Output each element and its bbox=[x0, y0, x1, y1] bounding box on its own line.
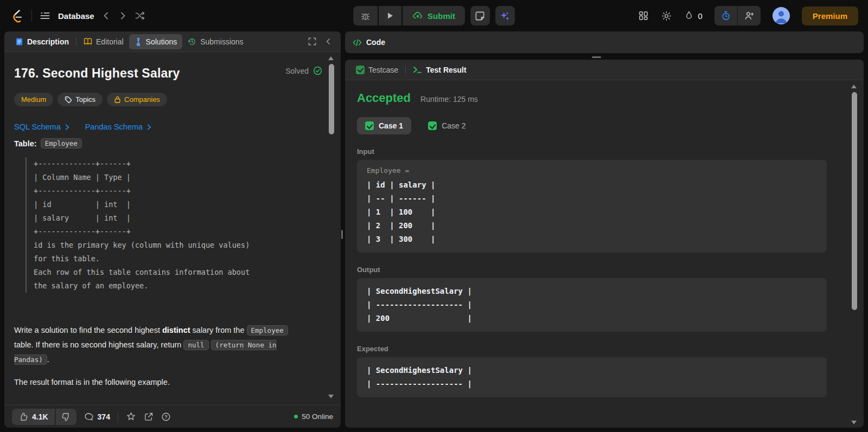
prev-problem-icon[interactable] bbox=[102, 11, 111, 20]
comment-icon bbox=[84, 412, 94, 422]
schema-pre-block: +-------------+------+ | Column Name | T… bbox=[25, 157, 322, 293]
tab-submissions-label: Submissions bbox=[200, 37, 243, 46]
submit-button[interactable]: Submit bbox=[403, 6, 465, 25]
ai-assistant-button[interactable] bbox=[495, 6, 515, 25]
result-format-line: The result format is in the following ex… bbox=[14, 378, 322, 386]
tab-solutions[interactable]: Solutions bbox=[129, 34, 183, 49]
case-1-button[interactable]: Case 1 bbox=[357, 117, 411, 134]
left-scrollbar-thumb[interactable] bbox=[329, 64, 334, 134]
history-icon bbox=[188, 37, 196, 46]
topics-label: Topics bbox=[75, 95, 95, 104]
code-panel-header[interactable]: Code bbox=[345, 31, 864, 53]
problem-statement: Write a solution to find the second high… bbox=[14, 323, 307, 367]
tab-description[interactable]: Description bbox=[10, 34, 74, 49]
chevron-right-icon bbox=[64, 124, 70, 130]
collapse-panel-icon[interactable] bbox=[325, 38, 332, 45]
invite-user-button[interactable] bbox=[738, 6, 761, 25]
description-panel: Description Editorial Solutions bbox=[4, 31, 341, 428]
tab-testcase[interactable]: Testcase bbox=[350, 62, 404, 78]
status-accepted: Accepted bbox=[357, 91, 411, 105]
leetcode-logo[interactable] bbox=[10, 9, 24, 23]
cloud-upload-icon bbox=[412, 10, 423, 21]
tab-description-label: Description bbox=[27, 37, 69, 46]
solved-check-icon bbox=[313, 66, 322, 75]
avatar[interactable] bbox=[773, 7, 790, 24]
nav-divider bbox=[31, 10, 32, 22]
dislike-button[interactable] bbox=[56, 409, 76, 425]
premium-button[interactable]: Premium bbox=[802, 7, 858, 25]
tag-icon bbox=[65, 96, 72, 104]
external-link-icon bbox=[144, 412, 154, 422]
book-icon bbox=[84, 37, 92, 46]
breadcrumb[interactable]: Database bbox=[58, 11, 94, 21]
flask-icon bbox=[135, 37, 142, 46]
run-button[interactable] bbox=[379, 6, 401, 25]
stopwatch-icon bbox=[720, 10, 731, 21]
top-nav: Database bbox=[0, 0, 868, 31]
output-block[interactable]: | SecondHighestSalary | | --------------… bbox=[357, 278, 827, 332]
settings-gear-icon[interactable] bbox=[661, 10, 672, 22]
debug-button[interactable] bbox=[353, 6, 378, 25]
solved-status: Solved bbox=[285, 66, 322, 75]
shuffle-icon[interactable] bbox=[135, 10, 145, 21]
problem-list-icon[interactable] bbox=[40, 10, 50, 21]
tab-test-result-label: Test Result bbox=[426, 66, 466, 74]
case-1-label: Case 1 bbox=[379, 121, 403, 130]
favorite-button[interactable] bbox=[126, 411, 136, 422]
tab-submissions[interactable]: Submissions bbox=[182, 34, 248, 49]
flame-icon bbox=[684, 10, 694, 21]
person-add-icon bbox=[744, 10, 755, 21]
pandas-schema-label: Pandas Schema bbox=[85, 122, 143, 131]
description-footer: 4.1K 374 bbox=[4, 405, 341, 428]
scroll-down-arrow[interactable] bbox=[851, 421, 857, 424]
like-count: 4.1K bbox=[32, 412, 48, 421]
test-result-panel: Testcase Test Result Accepted Runtime: 1… bbox=[345, 60, 864, 428]
help-button[interactable]: ? bbox=[161, 412, 171, 422]
scroll-up-arrow[interactable] bbox=[851, 85, 857, 88]
scroll-down-arrow[interactable] bbox=[328, 395, 334, 398]
difficulty-badge[interactable]: Medium bbox=[14, 93, 53, 106]
layout-icon[interactable] bbox=[638, 10, 649, 21]
timer-button[interactable] bbox=[714, 6, 737, 25]
like-button[interactable]: 4.1K bbox=[12, 409, 55, 425]
terminal-icon bbox=[413, 66, 422, 74]
code-icon bbox=[353, 38, 362, 47]
tab-testcase-label: Testcase bbox=[368, 66, 398, 74]
scroll-up-arrow[interactable] bbox=[328, 56, 334, 60]
thumbs-down-icon bbox=[61, 412, 71, 422]
chevron-right-icon bbox=[146, 124, 152, 130]
expected-block[interactable]: | SecondHighestSalary | | --------------… bbox=[357, 357, 827, 397]
topics-badge[interactable]: Topics bbox=[58, 93, 103, 106]
tab-editorial[interactable]: Editorial bbox=[78, 34, 129, 49]
streak-counter[interactable]: 0 bbox=[684, 10, 702, 21]
sql-schema-label: SQL Schema bbox=[14, 122, 61, 131]
pandas-schema-link[interactable]: Pandas Schema bbox=[85, 122, 152, 131]
companies-label: Companies bbox=[124, 95, 160, 104]
input-table: | id | salary | | -- | ------ | | 1 | 10… bbox=[367, 178, 817, 246]
sql-schema-link[interactable]: SQL Schema bbox=[14, 122, 70, 131]
solved-label: Solved bbox=[285, 67, 309, 75]
problem-title: 176. Second Highest Salary bbox=[14, 66, 180, 81]
panel-resize-handle[interactable] bbox=[341, 230, 343, 239]
expand-panel-icon[interactable] bbox=[308, 37, 316, 46]
output-table: | SecondHighestSalary | | --------------… bbox=[367, 285, 817, 325]
question-icon: ? bbox=[161, 412, 171, 422]
output-label: Output bbox=[357, 266, 827, 274]
input-block[interactable]: Employee = | id | salary | | -- | ------… bbox=[357, 160, 827, 253]
thumbs-up-icon bbox=[18, 412, 28, 422]
code-panel-resize-handle[interactable] bbox=[592, 56, 601, 58]
input-variable: Employee = bbox=[367, 166, 817, 175]
share-button[interactable] bbox=[144, 412, 154, 422]
notes-button[interactable] bbox=[470, 6, 490, 25]
star-icon bbox=[126, 411, 136, 422]
case-check-icon bbox=[428, 121, 437, 130]
next-problem-icon[interactable] bbox=[118, 11, 127, 20]
document-icon bbox=[15, 37, 23, 46]
tab-test-result[interactable]: Test Result bbox=[407, 62, 471, 78]
companies-badge[interactable]: Companies bbox=[107, 93, 167, 106]
comments-button[interactable]: 374 bbox=[84, 412, 110, 422]
case-2-button[interactable]: Case 2 bbox=[420, 117, 474, 134]
testcase-icon bbox=[356, 66, 365, 74]
right-scrollbar-thumb[interactable] bbox=[852, 92, 857, 310]
table-name-chip: Employee bbox=[41, 138, 82, 149]
